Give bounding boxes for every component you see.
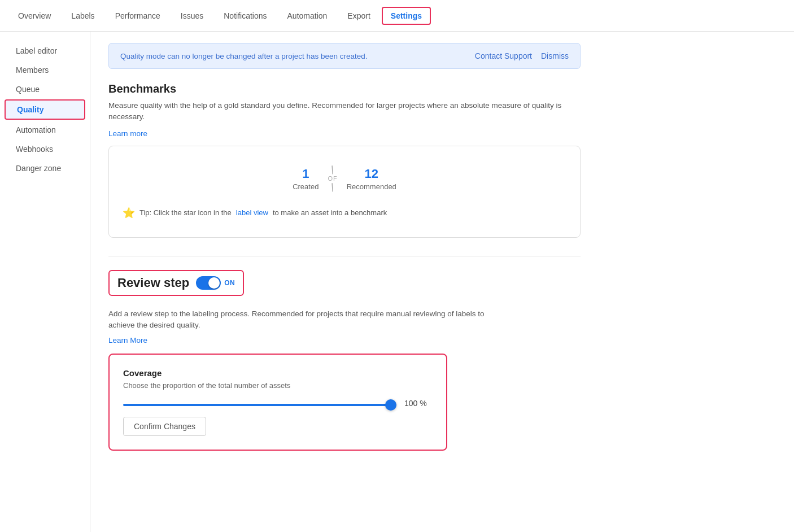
sidebar: Label editor Members Queue Quality Autom… — [0, 32, 90, 532]
nav-item-notifications[interactable]: Notifications — [215, 7, 276, 25]
benchmark-stats: 1 Created / OF / 12 Recommended — [123, 164, 566, 193]
coverage-card: Coverage Choose the proportion of the to… — [108, 354, 447, 451]
review-step-learn-more-link[interactable]: Learn More — [108, 336, 147, 345]
banner-actions: Contact Support Dismiss — [475, 51, 569, 60]
nav-item-export[interactable]: Export — [338, 7, 379, 25]
dismiss-link[interactable]: Dismiss — [541, 51, 569, 60]
section-divider — [108, 256, 581, 256]
confirm-changes-button[interactable]: Confirm Changes — [123, 417, 206, 436]
toggle-thumb — [208, 277, 220, 289]
created-count: 1 — [293, 167, 319, 181]
recommended-count: 12 — [347, 167, 396, 181]
recommended-label: Recommended — [347, 182, 396, 191]
nav-item-issues[interactable]: Issues — [172, 7, 212, 25]
created-stat: 1 Created — [293, 167, 319, 191]
coverage-slider[interactable] — [123, 404, 396, 406]
sidebar-item-label-editor[interactable]: Label editor — [5, 42, 85, 60]
coverage-description: Choose the proportion of the total numbe… — [123, 381, 433, 390]
tip-suffix: to make an asset into a benchmark — [273, 208, 387, 217]
recommended-stat: 12 Recommended — [347, 167, 396, 191]
main-content: Quality mode can no longer be changed af… — [90, 32, 599, 532]
review-step-header: Review step ON — [108, 270, 244, 296]
sidebar-item-members[interactable]: Members — [5, 61, 85, 79]
review-step-title: Review step — [117, 276, 189, 290]
benchmarks-title: Benchmarks — [108, 82, 581, 95]
nav-item-settings[interactable]: Settings — [382, 7, 431, 25]
benchmarks-description: Measure quality with the help of a gold … — [108, 100, 581, 123]
coverage-title: Coverage — [123, 368, 433, 378]
review-step-description: Add a review step to the labeling proces… — [108, 308, 492, 332]
sidebar-item-webhooks[interactable]: Webhooks — [5, 140, 85, 158]
tip-row: ⭐ Tip: Click the star icon in the label … — [123, 207, 566, 219]
nav-item-automation[interactable]: Automation — [278, 7, 337, 25]
nav-item-labels[interactable]: Labels — [62, 7, 103, 25]
benchmarks-card: 1 Created / OF / 12 Recommended ⭐ Tip: C… — [108, 146, 581, 238]
review-step-toggle[interactable] — [196, 276, 221, 290]
info-banner: Quality mode can no longer be changed af… — [108, 43, 581, 69]
tip-text: Tip: Click the star icon in the — [139, 208, 232, 217]
banner-text: Quality mode can no longer be changed af… — [120, 52, 368, 60]
contact-support-link[interactable]: Contact Support — [475, 51, 532, 60]
sidebar-item-quality[interactable]: Quality — [5, 99, 85, 120]
coverage-value: 100 % — [404, 399, 433, 408]
benchmarks-learn-more-link[interactable]: Learn more — [108, 129, 147, 138]
sidebar-item-automation[interactable]: Automation — [5, 121, 85, 139]
nav-item-performance[interactable]: Performance — [106, 7, 169, 25]
toggle-wrapper[interactable]: ON — [196, 276, 235, 290]
top-navigation: Overview Labels Performance Issues Notif… — [0, 0, 794, 32]
label-view-link[interactable]: label view — [236, 208, 268, 217]
nav-item-overview[interactable]: Overview — [9, 7, 60, 25]
sidebar-item-queue[interactable]: Queue — [5, 80, 85, 98]
stat-divider: / OF / — [328, 164, 337, 193]
toggle-on-label: ON — [224, 279, 235, 287]
sidebar-item-danger-zone[interactable]: Danger zone — [5, 159, 85, 177]
slider-container — [123, 399, 396, 408]
created-label: Created — [293, 182, 319, 191]
star-icon: ⭐ — [123, 207, 135, 219]
slider-row: 100 % — [123, 399, 433, 408]
